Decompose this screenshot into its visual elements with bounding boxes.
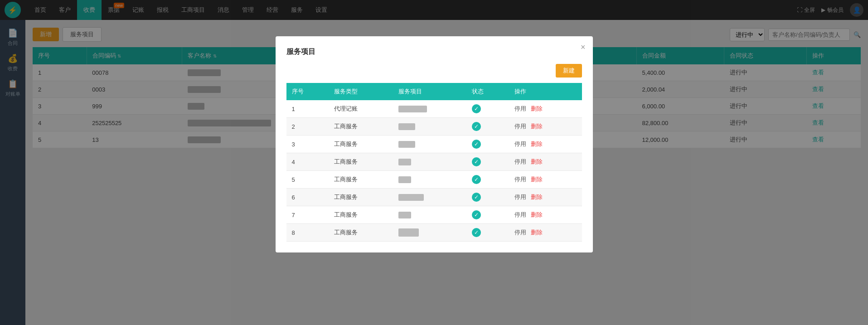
status-icon: ✓ <box>472 122 481 131</box>
modal-cell-action: 停用 删除 <box>509 224 582 242</box>
modal-cell-item: ███ <box>393 206 466 224</box>
delete-button[interactable]: 删除 <box>531 158 543 165</box>
modal-cell-action: 停用 删除 <box>509 206 582 224</box>
status-icon: ✓ <box>472 140 481 149</box>
delete-button[interactable]: 删除 <box>531 211 543 218</box>
modal-cell-type: 工商服务 <box>329 206 393 224</box>
disable-button[interactable]: 停用 <box>514 176 526 183</box>
modal-body: 序号 服务类型 服务项目 状态 操作 1 代理记账 ██████1 ✓ 停用 删… <box>286 83 582 242</box>
modal-cell-type: 工商服务 <box>329 136 393 153</box>
modal-col-index: 序号 <box>286 83 329 100</box>
modal-cell-type: 工商服务 <box>329 153 393 171</box>
modal-cell-item: ███ <box>393 153 466 171</box>
modal-cell-index: 6 <box>286 189 329 206</box>
modal-cell-status: ✓ <box>466 171 509 189</box>
modal-new-button[interactable]: 新建 <box>556 64 582 78</box>
modal-cell-status: ✓ <box>466 189 509 206</box>
modal-overlay[interactable]: × 服务项目 新建 序号 服务类型 服务项目 状态 操作 1 代理记账 <box>0 0 868 325</box>
disable-button[interactable]: 停用 <box>514 194 526 200</box>
modal-col-item: 服务项目 <box>393 83 466 100</box>
modal-cell-type: 代理记账 <box>329 100 393 118</box>
list-item: 4 工商服务 ███ ✓ 停用 删除 <box>286 153 582 171</box>
delete-button[interactable]: 删除 <box>531 194 543 200</box>
modal-cell-index: 2 <box>286 118 329 136</box>
status-icon: ✓ <box>472 157 481 166</box>
modal-cell-type: 工商服务 <box>329 224 393 242</box>
modal-cell-item: ██████ <box>393 189 466 206</box>
modal-cell-type: 工商服务 <box>329 171 393 189</box>
modal-cell-action: 停用 删除 <box>509 189 582 206</box>
modal-cell-type: 工商服务 <box>329 189 393 206</box>
list-item: 8 工商服务 ██注册 ✓ 停用 删除 <box>286 224 582 242</box>
modal-cell-item: ████ <box>393 118 466 136</box>
modal-title: 服务项目 <box>286 47 582 57</box>
service-item-modal: × 服务项目 新建 序号 服务类型 服务项目 状态 操作 1 代理记账 <box>276 36 593 252</box>
modal-col-action: 操作 <box>509 83 582 100</box>
disable-button[interactable]: 停用 <box>514 105 526 112</box>
modal-cell-action: 停用 删除 <box>509 100 582 118</box>
modal-cell-status: ✓ <box>466 153 509 171</box>
status-icon: ✓ <box>472 104 481 113</box>
service-items-table: 序号 服务类型 服务项目 状态 操作 1 代理记账 ██████1 ✓ 停用 删… <box>286 83 582 242</box>
modal-close-button[interactable]: × <box>581 43 586 52</box>
modal-cell-status: ✓ <box>466 100 509 118</box>
modal-table-body: 1 代理记账 ██████1 ✓ 停用 删除 2 工商服务 ████ ✓ 停用 … <box>286 100 582 242</box>
modal-cell-type: 工商服务 <box>329 118 393 136</box>
modal-cell-index: 5 <box>286 171 329 189</box>
delete-button[interactable]: 删除 <box>531 176 543 183</box>
modal-cell-index: 7 <box>286 206 329 224</box>
status-icon: ✓ <box>472 193 481 202</box>
modal-table-header: 序号 服务类型 服务项目 状态 操作 <box>286 83 582 100</box>
modal-cell-index: 4 <box>286 153 329 171</box>
modal-cell-status: ✓ <box>466 136 509 153</box>
modal-cell-item: ██注册 <box>393 224 466 242</box>
modal-cell-item: ██████1 <box>393 100 466 118</box>
disable-button[interactable]: 停用 <box>514 123 526 130</box>
status-icon: ✓ <box>472 228 481 237</box>
list-item: 7 工商服务 ███ ✓ 停用 删除 <box>286 206 582 224</box>
modal-toolbar: 新建 <box>286 64 582 78</box>
list-item: 1 代理记账 ██████1 ✓ 停用 删除 <box>286 100 582 118</box>
modal-col-status: 状态 <box>466 83 509 100</box>
list-item: 5 工商服务 ███ ✓ 停用 删除 <box>286 171 582 189</box>
status-icon: ✓ <box>472 175 481 184</box>
modal-cell-index: 1 <box>286 100 329 118</box>
modal-cell-action: 停用 删除 <box>509 153 582 171</box>
list-item: 2 工商服务 ████ ✓ 停用 删除 <box>286 118 582 136</box>
disable-button[interactable]: 停用 <box>514 229 526 236</box>
disable-button[interactable]: 停用 <box>514 158 526 165</box>
modal-cell-status: ✓ <box>466 224 509 242</box>
list-item: 3 工商服务 ████ ✓ 停用 删除 <box>286 136 582 153</box>
modal-cell-action: 停用 删除 <box>509 171 582 189</box>
modal-col-type: 服务类型 <box>329 83 393 100</box>
list-item: 6 工商服务 ██████ ✓ 停用 删除 <box>286 189 582 206</box>
delete-button[interactable]: 删除 <box>531 229 543 236</box>
delete-button[interactable]: 删除 <box>531 105 543 112</box>
modal-cell-status: ✓ <box>466 118 509 136</box>
disable-button[interactable]: 停用 <box>514 211 526 218</box>
modal-cell-action: 停用 删除 <box>509 118 582 136</box>
modal-cell-index: 8 <box>286 224 329 242</box>
delete-button[interactable]: 删除 <box>531 141 543 147</box>
status-icon: ✓ <box>472 210 481 219</box>
modal-cell-item: ████ <box>393 136 466 153</box>
modal-cell-status: ✓ <box>466 206 509 224</box>
modal-cell-action: 停用 删除 <box>509 136 582 153</box>
modal-cell-index: 3 <box>286 136 329 153</box>
disable-button[interactable]: 停用 <box>514 141 526 147</box>
modal-cell-item: ███ <box>393 171 466 189</box>
delete-button[interactable]: 删除 <box>531 123 543 130</box>
